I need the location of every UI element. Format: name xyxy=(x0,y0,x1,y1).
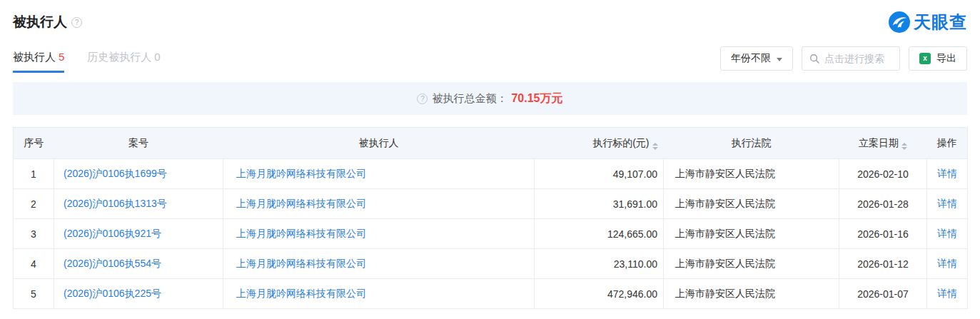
col-header-action: 操作 xyxy=(927,128,968,159)
court-cell: 上海市静安区人民法院 xyxy=(664,279,839,309)
tab-toolbar-row: 被执行人5 历史被执行人0 年份不限 x 导出 xyxy=(13,44,967,73)
tab-history-enforced[interactable]: 历史被执行人0 xyxy=(87,51,160,73)
tab-count: 0 xyxy=(154,51,160,63)
chevron-down-icon xyxy=(777,58,782,61)
date-cell: 2026-02-10 xyxy=(839,159,927,189)
amount-cell: 472,946.00 xyxy=(535,279,664,309)
col-header-person: 被执行人 xyxy=(223,128,535,159)
col-header-court: 执行法院 xyxy=(664,128,839,159)
brand-logo-icon xyxy=(889,11,910,33)
col-header-date: 立案日期 xyxy=(839,128,927,159)
col-header-index: 序号 xyxy=(14,128,54,159)
row-index: 1 xyxy=(14,159,54,189)
tab-current-enforced[interactable]: 被执行人5 xyxy=(13,51,64,73)
table-row: 3 (2026)沪0106执921号 上海月胧吟网络科技有限公司 124,665… xyxy=(14,219,968,249)
tab-label: 历史被执行人 xyxy=(87,51,151,63)
total-amount-value: 70.15万元 xyxy=(511,91,562,106)
court-cell: 上海市静安区人民法院 xyxy=(664,249,839,279)
case-no-link[interactable]: (2026)沪0106执1699号 xyxy=(64,168,167,179)
export-label: 导出 xyxy=(936,52,956,65)
year-filter-dropdown[interactable]: 年份不限 xyxy=(720,46,793,71)
row-index: 2 xyxy=(14,189,54,219)
amount-cell: 124,665.00 xyxy=(535,219,664,249)
export-button[interactable]: x 导出 xyxy=(909,46,967,71)
total-amount-banner: ? 被执行总金额： 70.15万元 xyxy=(13,82,967,115)
person-link[interactable]: 上海月胧吟网络科技有限公司 xyxy=(236,228,366,239)
date-cell: 2026-01-12 xyxy=(839,249,927,279)
col-header-amount: 执行标的(元) xyxy=(535,128,664,159)
person-link[interactable]: 上海月胧吟网络科技有限公司 xyxy=(236,168,366,179)
case-no-link[interactable]: (2026)沪0106执225号 xyxy=(64,288,161,299)
search-box[interactable] xyxy=(802,46,900,71)
title-wrap: 被执行人 ? xyxy=(13,13,82,31)
person-link[interactable]: 上海月胧吟网络科技有限公司 xyxy=(236,258,366,269)
toolbar-controls: 年份不限 x 导出 xyxy=(720,46,967,71)
case-no-link[interactable]: (2026)沪0106执554号 xyxy=(64,258,161,269)
detail-link[interactable]: 详情 xyxy=(937,258,957,269)
tab-label: 被执行人 xyxy=(13,51,56,63)
row-index: 4 xyxy=(14,249,54,279)
title-help-icon[interactable]: ? xyxy=(71,17,82,28)
table-header: 序号 案号 被执行人 执行标的(元) 执行法院 立案日期 操作 xyxy=(14,128,968,159)
subject-to-enforcement-panel: 被执行人 ? 天眼查 被执行人5 历史被执行人0 xyxy=(0,0,980,309)
amount-cell: 23,110.00 xyxy=(535,249,664,279)
panel-header: 被执行人 ? 天眼查 xyxy=(13,10,967,34)
total-amount-label: 被执行总金额： xyxy=(432,92,507,106)
detail-link[interactable]: 详情 xyxy=(937,198,957,209)
tab-count: 5 xyxy=(59,51,64,63)
amount-cell: 31,691.00 xyxy=(535,189,664,219)
court-cell: 上海市静安区人民法院 xyxy=(664,159,839,189)
row-index: 5 xyxy=(14,279,54,309)
date-cell: 2026-01-16 xyxy=(839,219,927,249)
person-link[interactable]: 上海月胧吟网络科技有限公司 xyxy=(236,288,366,299)
row-index: 3 xyxy=(14,219,54,249)
case-no-link[interactable]: (2026)沪0106执1313号 xyxy=(64,198,167,209)
sort-icon-amount[interactable] xyxy=(652,143,658,150)
court-cell: 上海市静安区人民法院 xyxy=(664,189,839,219)
detail-link[interactable]: 详情 xyxy=(937,228,957,239)
col-header-case-no: 案号 xyxy=(54,128,223,159)
amount-cell: 49,107.00 xyxy=(535,159,664,189)
date-cell: 2026-01-07 xyxy=(839,279,927,309)
detail-link[interactable]: 详情 xyxy=(937,168,957,179)
table-row: 4 (2026)沪0106执554号 上海月胧吟网络科技有限公司 23,110.… xyxy=(14,249,968,279)
excel-icon: x xyxy=(919,53,931,64)
search-icon xyxy=(809,54,819,64)
detail-link[interactable]: 详情 xyxy=(937,288,957,299)
tabs: 被执行人5 历史被执行人0 xyxy=(13,51,161,73)
sort-icon-date[interactable] xyxy=(901,143,907,150)
date-cell: 2026-01-28 xyxy=(839,189,927,219)
year-filter-label: 年份不限 xyxy=(731,52,771,65)
search-input[interactable] xyxy=(824,53,892,64)
court-cell: 上海市静安区人民法院 xyxy=(664,219,839,249)
enforcement-table: 序号 案号 被执行人 执行标的(元) 执行法院 立案日期 操作 1 (2026)… xyxy=(13,127,968,309)
table-row: 1 (2026)沪0106执1699号 上海月胧吟网络科技有限公司 49,107… xyxy=(14,159,968,189)
brand-logo: 天眼查 xyxy=(889,11,967,34)
banner-help-icon[interactable]: ? xyxy=(417,93,428,104)
table-row: 2 (2026)沪0106执1313号 上海月胧吟网络科技有限公司 31,691… xyxy=(14,189,968,219)
table-row: 5 (2026)沪0106执225号 上海月胧吟网络科技有限公司 472,946… xyxy=(14,279,968,309)
brand-name: 天眼查 xyxy=(914,11,967,34)
page-title: 被执行人 xyxy=(13,13,67,31)
person-link[interactable]: 上海月胧吟网络科技有限公司 xyxy=(236,198,366,209)
case-no-link[interactable]: (2026)沪0106执921号 xyxy=(64,228,161,239)
